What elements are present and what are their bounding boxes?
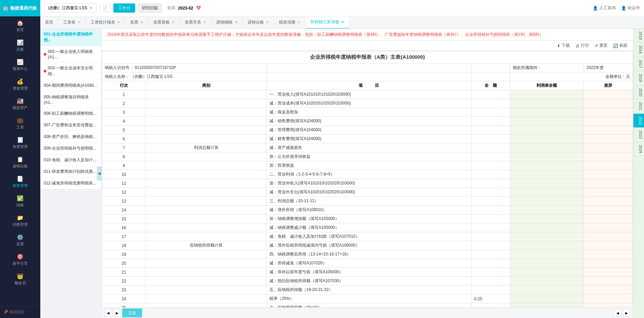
col-f-16[interactable] <box>584 223 633 232</box>
tab-工资统计报表[interactable]: 工资统计报表✕ <box>86 16 125 29</box>
tab-发票[interactable]: 发票✕ <box>125 16 149 29</box>
refresh-button[interactable]: 🔄 刷新 <box>613 43 628 49</box>
tab-close-icon[interactable]: ✕ <box>297 20 300 25</box>
col-f-3[interactable] <box>584 108 633 117</box>
col-d-15[interactable] <box>471 215 510 223</box>
col-e-10[interactable] <box>510 170 584 179</box>
sidebar-item-purchase[interactable]: 📋进销台账 <box>0 153 40 172</box>
sidebar-item-settings[interactable]: ⚙️设置 <box>0 231 40 250</box>
col-d-19[interactable] <box>471 250 510 259</box>
col-f-2[interactable] <box>584 99 633 108</box>
left-panel-item-001[interactable]: 001-企业所得税年度纳税申报... <box>40 29 101 46</box>
year-item-2017[interactable]: 2017 <box>633 57 644 71</box>
col-e-4[interactable] <box>510 117 584 126</box>
left-panel-item-007[interactable]: 007-广告费和业务宣传费超... <box>40 120 101 131</box>
col-f-20[interactable] <box>584 259 633 268</box>
col-f-5[interactable] <box>584 126 633 135</box>
col-e-14[interactable] <box>510 206 584 215</box>
col-d-1[interactable] <box>471 90 510 99</box>
left-panel-item-005[interactable]: 005-纳税调整项目明细表(A1... <box>40 92 101 108</box>
year-item-2018[interactable]: 2018 <box>633 71 644 85</box>
col-f-22[interactable] <box>584 277 633 286</box>
col-e-20[interactable] <box>510 259 584 268</box>
company-selector[interactable]: (勿删）江西服宝-LSS ▼ <box>44 3 97 13</box>
prev-sheet-btn[interactable]: ◀ <box>104 309 112 317</box>
tab-进销稽核[interactable]: 进销稽核✕ <box>211 16 243 29</box>
col-d-10[interactable] <box>471 170 510 179</box>
left-panel-item-006[interactable]: 006-职工薪酬纳税调整明细... <box>40 108 101 120</box>
left-panel-item-012[interactable]: 012-减免所得税优惠明细表... <box>40 178 101 189</box>
reset-button[interactable]: ↺ 重置 <box>594 43 607 49</box>
col-e-24[interactable] <box>510 294 584 303</box>
col-d-8[interactable] <box>471 152 510 161</box>
user-service[interactable]: 👤 人工咨询 <box>593 5 616 11</box>
left-panel-item-009[interactable]: 009-企业所得税补亏损明细... <box>40 143 101 154</box>
col-d-2[interactable] <box>471 99 510 108</box>
col-d-17[interactable] <box>471 232 510 241</box>
left-panel-item-002[interactable]: 002-一般企业收入明细表(A1... <box>40 46 101 63</box>
year-item-2021[interactable]: 2021 <box>633 99 644 113</box>
col-e-6[interactable] <box>510 135 584 143</box>
col-d-24[interactable]: 0.25 <box>471 294 510 303</box>
col-f-8[interactable] <box>584 152 633 161</box>
col-d-3[interactable] <box>471 108 510 117</box>
col-d-9[interactable] <box>471 161 510 170</box>
col-d-7[interactable] <box>471 143 510 152</box>
col-f-12[interactable] <box>584 188 633 197</box>
col-f-10[interactable] <box>584 170 633 179</box>
tab-close-icon[interactable]: ✕ <box>117 20 120 25</box>
col-d-13[interactable] <box>471 197 510 206</box>
col-e-1[interactable] <box>510 90 584 99</box>
next-sheet-btn[interactable]: ▶ <box>113 309 121 317</box>
col-d-25[interactable] <box>471 303 510 308</box>
col-e-3[interactable] <box>510 108 584 117</box>
col-f-24[interactable] <box>584 294 633 303</box>
tab-close-icon[interactable]: ✕ <box>235 20 238 25</box>
col-f-14[interactable] <box>584 206 633 215</box>
sidebar-item-home[interactable]: 🏠首页 <box>0 16 40 36</box>
sidebar-item-archive[interactable]: 📁归档管理 <box>0 211 40 231</box>
col-f-15[interactable] <box>584 215 633 223</box>
col-e-22[interactable] <box>510 277 584 286</box>
year-item-2023[interactable]: 2023 <box>633 128 644 142</box>
tab-进销台账[interactable]: 进销台账✕ <box>243 16 274 29</box>
col-d-20[interactable] <box>471 259 510 268</box>
col-d-21[interactable] <box>471 268 510 277</box>
year-item-2019[interactable]: 2019 <box>633 29 644 43</box>
col-e-11[interactable] <box>510 179 584 188</box>
col-e-5[interactable] <box>510 126 584 135</box>
sidebar-bottom-btn[interactable]: 📌 取消固定 <box>0 306 40 318</box>
col-e-19[interactable] <box>510 250 584 259</box>
tab-close-icon[interactable]: ✕ <box>266 20 269 25</box>
col-e-7[interactable] <box>510 143 584 152</box>
sidebar-item-capital[interactable]: 💰资金管理 <box>0 75 40 94</box>
sidebar-item-report[interactable]: 📈报表中心 <box>0 55 40 75</box>
user-profile[interactable]: 👤 徐运华 <box>621 5 640 11</box>
col-d-16[interactable] <box>471 223 510 232</box>
year-item-2024[interactable]: 2024 <box>633 142 644 156</box>
scroll-right-btn[interactable]: ▶ <box>623 309 630 317</box>
tab-所得税汇算清缴[interactable]: 所得税汇算清缴✕ <box>306 16 349 29</box>
col-d-6[interactable] <box>471 135 510 143</box>
sidebar-item-invoice[interactable]: 🧾发票管理 <box>0 133 40 153</box>
col-f-17[interactable] <box>584 232 633 241</box>
col-e-18[interactable] <box>510 241 584 250</box>
workbench-button[interactable]: 工作台 <box>113 3 135 13</box>
history-button[interactable]: 切到旧版 <box>138 3 162 13</box>
calendar-icon[interactable]: 📅 <box>196 6 201 11</box>
col-f-21[interactable] <box>584 268 633 277</box>
col-f-18[interactable] <box>584 241 633 250</box>
col-e-13[interactable] <box>510 197 584 206</box>
col-e-2[interactable] <box>510 99 584 108</box>
col-d-23[interactable] <box>471 286 510 294</box>
print-button[interactable]: 🖨 打印 <box>575 43 589 49</box>
col-d-18[interactable] <box>471 241 510 250</box>
tab-税表清册[interactable]: 税表清册✕ <box>274 16 306 29</box>
sidebar-item-salary[interactable]: 💼工资 <box>0 114 40 133</box>
col-e-16[interactable] <box>510 223 584 232</box>
col-d-22[interactable] <box>471 277 510 286</box>
col-f-23[interactable] <box>584 286 633 294</box>
col-f-13[interactable] <box>584 197 633 206</box>
col-f-6[interactable] <box>584 135 633 143</box>
col-d-12[interactable] <box>471 188 510 197</box>
